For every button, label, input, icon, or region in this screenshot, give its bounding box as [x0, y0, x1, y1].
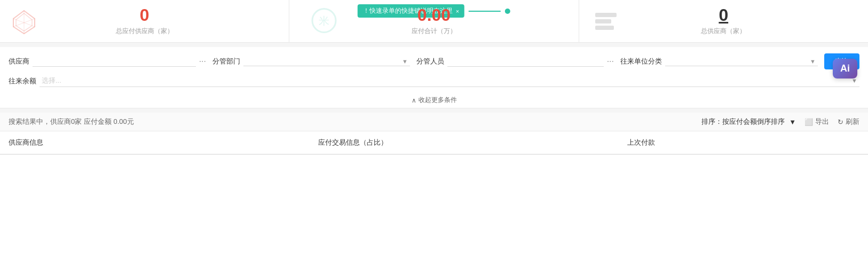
filter-row-2: 往来余额 选择... ▼: [9, 75, 859, 87]
department-chevron-icon: ▼: [402, 58, 408, 65]
balance-label: 往来余额: [9, 76, 36, 86]
unit-filter: 往来单位分类 ▼: [620, 57, 818, 66]
mint-icon: 米: [311, 7, 337, 34]
export-button[interactable]: ⬜ 导出: [804, 117, 829, 127]
stats-bar: 0 总应付供应商（家） 米 0.00 应付合计（万） ！快速录单的快捷键说明在这…: [0, 0, 868, 43]
sort-label: 排序：按应付会额倒序排序: [701, 117, 785, 127]
filter-area: 供应商 ··· 分管部门 ▼ 分管人员 ··· 往来单位分类 ▼: [0, 47, 868, 108]
supplier-filter: 供应商 ···: [9, 56, 206, 67]
unit-select[interactable]: ▼: [665, 57, 818, 66]
supplier-label: 供应商: [9, 57, 29, 66]
balance-filter: 往来余额 选择... ▼: [9, 75, 859, 87]
stat1-label: 总应付供应商（家）: [116, 27, 173, 36]
col-payable-header: 应付交易信息（占比）: [318, 138, 628, 147]
balance-select[interactable]: 选择... ▼: [40, 75, 859, 87]
ai-badge-button[interactable]: Ai: [833, 59, 857, 78]
stat3-label: 总供应商（家）: [701, 27, 746, 36]
stat-total-payable: 米 0.00 应付合计（万） ！快速录单的快捷键说明在这里 ×: [289, 0, 579, 42]
filter-row-1: 供应商 ··· 分管部门 ▼ 分管人员 ··· 往来单位分类 ▼: [9, 53, 859, 69]
person-more-btn[interactable]: ···: [607, 57, 614, 66]
export-icon: ⬜: [804, 118, 813, 126]
tooltip-dot: [505, 9, 510, 14]
diamond-logo-icon: [11, 8, 37, 35]
svg-text:米: 米: [319, 14, 329, 26]
department-select[interactable]: ▼: [243, 57, 410, 66]
export-label: 导出: [815, 117, 829, 127]
col-supplier-header: 供应商信息: [9, 138, 318, 147]
sort-chevron-icon: ▼: [789, 118, 796, 126]
person-input[interactable]: [447, 56, 604, 67]
stat-total-suppliers-payable: 0 总应付供应商（家）: [0, 0, 289, 42]
refresh-label: 刷新: [846, 117, 859, 127]
stat2-number: 0.00: [412, 6, 456, 23]
refresh-button[interactable]: ↻ 刷新: [838, 117, 859, 127]
stat-total-all-suppliers: 0 总供应商（家）: [579, 0, 868, 42]
gray-blocks-decoration: [595, 13, 617, 30]
stat3-number: 0: [701, 6, 746, 23]
unit-label: 往来单位分类: [620, 57, 662, 66]
supplier-input[interactable]: [33, 56, 196, 67]
result-actions: 排序：按应付会额倒序排序 ▼ ⬜ 导出 ↻ 刷新: [701, 117, 859, 127]
result-info: 搜索结果中，供应商0家 应付金额 0.00元: [9, 117, 134, 127]
unit-chevron-icon: ▼: [810, 58, 816, 65]
supplier-more-btn[interactable]: ···: [199, 57, 206, 66]
collapse-row: ∧ 收起更多条件: [9, 92, 859, 108]
department-filter: 分管部门 ▼: [212, 57, 410, 66]
balance-placeholder: 选择...: [42, 76, 851, 85]
stat2-label: 应付合计（万）: [412, 27, 456, 36]
table-header: 供应商信息 应付交易信息（占比） 上次付款: [0, 131, 868, 155]
collapse-label: 收起更多条件: [419, 96, 457, 105]
collapse-icon: ∧: [412, 97, 416, 104]
table-body: [0, 155, 868, 275]
table-area: 供应商信息 应付交易信息（占比） 上次付款: [0, 131, 868, 275]
sort-select[interactable]: 排序：按应付会额倒序排序 ▼: [701, 117, 796, 127]
person-label: 分管人员: [416, 57, 444, 66]
person-filter: 分管人员 ···: [416, 56, 614, 67]
stat1-number: 0: [116, 6, 173, 23]
collapse-button[interactable]: ∧ 收起更多条件: [412, 96, 457, 105]
department-label: 分管部门: [212, 57, 240, 66]
col-lastpay-header: 上次付款: [627, 138, 859, 147]
refresh-icon: ↻: [838, 118, 843, 126]
tooltip-line: [469, 11, 501, 12]
result-bar: 搜索结果中，供应商0家 应付金额 0.00元 排序：按应付会额倒序排序 ▼ ⬜ …: [0, 113, 868, 131]
